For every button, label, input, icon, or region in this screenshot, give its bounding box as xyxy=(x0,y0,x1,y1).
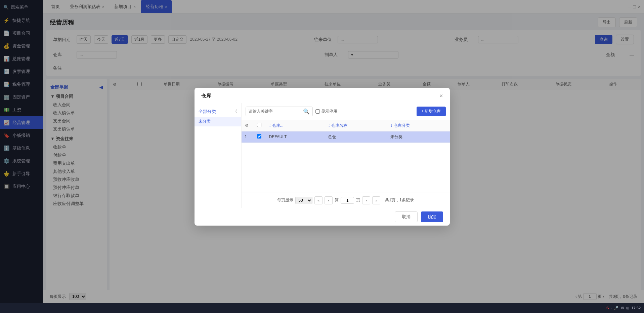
modal-row-code: DEFAULT xyxy=(266,131,325,143)
modal-cancel-button[interactable]: 取消 xyxy=(395,211,418,222)
modal-confirm-button[interactable]: 确定 xyxy=(421,211,443,222)
category-collapse-btn[interactable]: 《 xyxy=(233,109,237,114)
modal-page-size-label: 每页显示 xyxy=(277,197,293,203)
content-toolbar: 🔍 显示停用 + 新增仓库 xyxy=(242,103,450,120)
modal-next-page-btn[interactable]: › xyxy=(362,196,370,204)
show-disabled-wrapper: 显示停用 xyxy=(315,109,337,114)
category-header[interactable]: 全部分类 《 xyxy=(195,107,241,117)
modal-col-category: ↕ 仓库分类 xyxy=(387,120,449,131)
modal-total: 共1页，1条记录 xyxy=(385,197,414,203)
modal-table-row[interactable]: 1 DEFAULT 总仓 未分类 xyxy=(242,131,450,143)
modal-row-select[interactable] xyxy=(257,134,261,139)
warehouse-modal: 仓库 × 全部分类 《 未分类 🔍 xyxy=(195,88,450,226)
category-header-label: 全部分类 xyxy=(199,109,216,115)
modal-select-all[interactable] xyxy=(257,123,261,127)
add-warehouse-button[interactable]: + 新增仓库 xyxy=(417,107,445,116)
modal-close-button[interactable]: × xyxy=(439,92,443,100)
modal-page-label: 算 xyxy=(335,197,339,203)
taskbar-icon-grid: ⊞ xyxy=(626,306,629,310)
taskbar-icon-dot: · xyxy=(611,306,612,310)
modal-first-page-btn[interactable]: « xyxy=(314,196,323,204)
category-panel: 全部分类 《 未分类 xyxy=(195,103,242,208)
modal-last-page-btn[interactable]: » xyxy=(372,196,380,204)
modal-search-wrapper: 🔍 xyxy=(246,107,313,116)
taskbar-icon-s: S xyxy=(606,306,609,310)
modal-table: ⚙ ↕ 仓库... ↕ 仓库名称 ↕ 仓库分类 1 DEFA xyxy=(242,120,450,143)
modal-footer: 取消 确定 xyxy=(195,208,450,226)
modal-title: 仓库 xyxy=(201,93,211,99)
modal-page-suffix: 页 xyxy=(356,197,360,203)
modal-header: 仓库 × xyxy=(195,88,450,103)
modal-row-category: 未分类 xyxy=(387,131,449,143)
content-panel: 🔍 显示停用 + 新增仓库 ⚙ ↕ 仓库... xyxy=(242,103,450,208)
category-uncategorized[interactable]: 未分类 xyxy=(195,117,241,126)
modal-col-settings[interactable]: ⚙ xyxy=(242,120,254,131)
modal-pagination: 每页显示 50 100 200 « ‹ 算 页 › » 共1页，1条记录 xyxy=(242,193,450,208)
modal-page-size-select[interactable]: 50 100 200 xyxy=(295,197,312,204)
modal-row-num: 1 xyxy=(242,131,254,143)
taskbar: S · 🎤 🖥 ⊞ 17:52 xyxy=(0,303,644,313)
taskbar-icon-mic: 🎤 xyxy=(614,306,618,310)
modal-page-input[interactable] xyxy=(341,197,354,204)
show-disabled-label: 显示停用 xyxy=(321,109,337,114)
modal-row-name: 总仓 xyxy=(325,131,387,143)
modal-prev-page-btn[interactable]: ‹ xyxy=(325,196,333,204)
taskbar-icon-screen: 🖥 xyxy=(620,306,624,310)
modal-row-checkbox[interactable] xyxy=(254,131,266,143)
modal-col-num: ↕ 仓库... xyxy=(266,120,325,131)
taskbar-time: 17:52 xyxy=(631,306,641,310)
modal-search-input[interactable] xyxy=(249,109,302,114)
modal-col-name: ↕ 仓库名称 xyxy=(325,120,387,131)
modal-table-wrapper: ⚙ ↕ 仓库... ↕ 仓库名称 ↕ 仓库分类 1 DEFA xyxy=(242,120,450,193)
category-uncategorized-label: 未分类 xyxy=(199,119,211,124)
modal-overlay: WhAR 仓库 × 全部分类 《 未分类 � xyxy=(0,0,644,313)
show-disabled-checkbox[interactable] xyxy=(315,109,320,114)
modal-col-checkbox[interactable] xyxy=(254,120,266,131)
modal-search-icon: 🔍 xyxy=(303,108,310,115)
modal-body: 全部分类 《 未分类 🔍 显示停用 xyxy=(195,103,450,208)
